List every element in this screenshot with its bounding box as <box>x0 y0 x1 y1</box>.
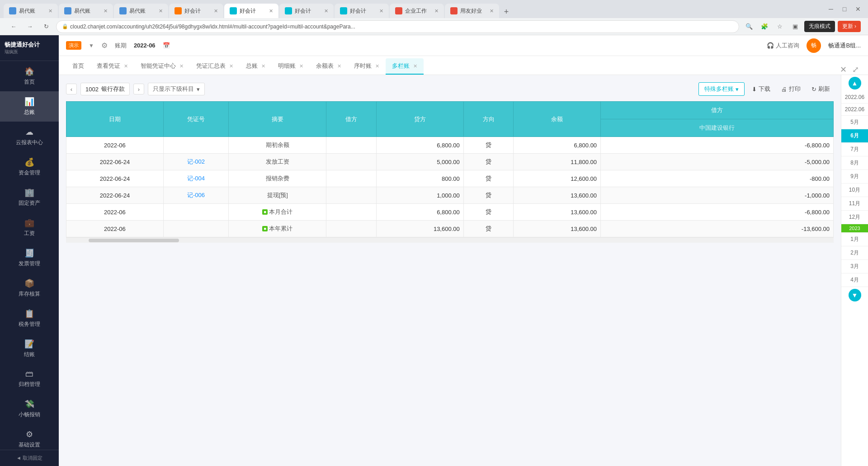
back-button[interactable]: ← <box>7 20 20 33</box>
reload-button[interactable]: ↻ <box>40 20 52 33</box>
tab-smart-close[interactable]: ✕ <box>179 63 184 69</box>
browser-tab-9[interactable]: 用友好业 ✕ <box>445 4 499 18</box>
tab-balance-close[interactable]: ✕ <box>337 63 341 69</box>
minimize-button[interactable]: ─ <box>825 3 837 15</box>
month-scroll-down[interactable]: ▼ <box>849 289 861 301</box>
browser-tab-7[interactable]: 好会计 ✕ <box>335 4 389 18</box>
maximize-button[interactable]: □ <box>838 3 851 15</box>
tab-home[interactable]: 首页 <box>66 58 90 75</box>
tab-general-close[interactable]: ✕ <box>261 63 265 69</box>
browser-tab-8[interactable]: 企业工作 ✕ <box>390 4 444 18</box>
tab-close-5[interactable]: ✕ <box>269 8 273 14</box>
cell-voucher-3[interactable]: 记-004 <box>163 170 228 187</box>
tab-detail-ledger[interactable]: 明细账 ✕ <box>272 58 310 75</box>
sidebar-item-archive[interactable]: 🗃 归档管理 <box>0 364 59 394</box>
sidebar-icon[interactable]: ▣ <box>789 20 802 33</box>
tab-close-2[interactable]: ✕ <box>104 8 108 14</box>
search-icon[interactable]: 🔍 <box>743 20 755 33</box>
tab-expand-icon[interactable]: ⤢ <box>850 65 861 75</box>
sidebar-item-inventory[interactable]: 📦 库存核算 <box>0 273 59 303</box>
print-button[interactable]: 🖨 打印 <box>778 83 804 95</box>
wuhen-mode-button[interactable]: 无痕模式 <box>804 21 835 32</box>
horizontal-scrollbar[interactable] <box>66 237 834 243</box>
cell-voucher-4[interactable]: 记-006 <box>163 187 228 204</box>
tab-journal[interactable]: 序时账 ✕ <box>348 58 386 75</box>
tab-close-9[interactable]: ✕ <box>490 8 494 14</box>
tab-close-right-icon[interactable]: ✕ <box>838 65 849 75</box>
bookmark-icon[interactable]: ☆ <box>774 20 786 33</box>
unfix-button[interactable]: ◄ 取消固定 <box>5 455 54 461</box>
account-selector[interactable]: 1002 银行存款 <box>80 83 130 95</box>
sidebar-item-tax[interactable]: 📋 税务管理 <box>0 303 59 334</box>
tab-voucher-close[interactable]: ✕ <box>124 63 128 69</box>
sidebar-item-salary[interactable]: 💼 工资 <box>0 212 59 243</box>
tab-close-8[interactable]: ✕ <box>434 8 439 14</box>
browser-tab-4[interactable]: 好会计 ✕ <box>169 4 223 18</box>
month-item-12[interactable]: 12月 <box>841 211 868 224</box>
calendar-icon[interactable]: 📅 <box>163 42 170 49</box>
next-account-button[interactable]: › <box>133 84 144 94</box>
month-item-8[interactable]: 8月 <box>841 156 868 170</box>
sidebar-item-fund[interactable]: 💰 资金管理 <box>0 152 59 182</box>
tab-smart-voucher[interactable]: 智能凭证中心 ✕ <box>134 58 190 75</box>
update-button[interactable]: 更新 › <box>838 21 861 32</box>
tab-multi-column[interactable]: 多栏账 ✕ <box>386 58 424 75</box>
cell-voucher-2[interactable]: 记-002 <box>163 154 228 170</box>
sidebar-item-ledger[interactable]: 📊 总账 <box>0 91 59 122</box>
scroll-thumb[interactable] <box>89 239 179 242</box>
tab-close-1[interactable]: ✕ <box>48 8 52 14</box>
browser-tab-6[interactable]: 好会计 ✕ <box>279 4 334 18</box>
sidebar-item-report[interactable]: ☁ 云报表中心 <box>0 122 59 152</box>
close-window-button[interactable]: ✕ <box>852 3 864 15</box>
tab-close-3[interactable]: ✕ <box>159 8 163 14</box>
new-tab-button[interactable]: + <box>500 5 513 18</box>
tab-voucher[interactable]: 查看凭证 ✕ <box>90 58 134 75</box>
multi-col-button[interactable]: 特殊多栏账 ▾ <box>698 82 745 96</box>
month-item-2023-2[interactable]: 2月 <box>841 246 868 260</box>
refresh-button[interactable]: ↻ 刷新 <box>808 83 834 95</box>
month-item-2023-3[interactable]: 3月 <box>841 260 868 273</box>
month-scroll-up[interactable]: ▲ <box>849 77 861 89</box>
download-button[interactable]: ⬇ 下载 <box>748 83 774 95</box>
tab-close-4[interactable]: ✕ <box>214 8 218 14</box>
browser-tab-1[interactable]: 易代账 ✕ <box>4 4 58 18</box>
month-item-2022-06-2[interactable]: 2022.06 <box>841 104 868 116</box>
sidebar-item-home[interactable]: 🏠 首页 <box>0 61 59 91</box>
browser-tab-5[interactable]: 好会计 ✕ <box>224 4 278 18</box>
filter-dropdown[interactable]: 只显示下级科目 ▾ <box>148 83 205 95</box>
month-item-10[interactable]: 10月 <box>841 184 868 197</box>
url-input[interactable]: 🔒 cloud2.chanjet.com/accounting/uh26t264… <box>56 20 739 33</box>
tab-voucher-summary[interactable]: 凭证汇总表 ✕ <box>190 58 240 75</box>
tab-balance[interactable]: 余额表 ✕ <box>310 58 348 75</box>
month-item-11[interactable]: 11月 <box>841 197 868 211</box>
demo-badge[interactable]: 演示 <box>66 41 81 50</box>
month-item-6[interactable]: 6月 <box>841 129 868 143</box>
sidebar-item-expense[interactable]: 💸 小畅报销 <box>0 394 59 424</box>
tab-general-ledger[interactable]: 总账 ✕ <box>240 58 272 75</box>
forward-button[interactable]: → <box>24 20 36 33</box>
month-item-2023-1[interactable]: 1月 <box>841 233 868 246</box>
prev-account-button[interactable]: ‹ <box>66 84 77 94</box>
month-item-9[interactable]: 9月 <box>841 170 868 184</box>
sidebar-item-close[interactable]: 📝 结账 <box>0 334 59 364</box>
tab-multi-close[interactable]: ✕ <box>413 63 417 69</box>
month-item-2023-4[interactable]: 4月 <box>841 273 868 287</box>
month-item-2022-06-1[interactable]: 2022.06 <box>841 91 868 104</box>
settings-gear-icon[interactable]: ⚙ <box>101 41 108 50</box>
sidebar-item-invoice[interactable]: 🧾 发票管理 <box>0 243 59 273</box>
consultant-button[interactable]: 🎧 人工咨询 <box>767 42 799 50</box>
tab-journal-close[interactable]: ✕ <box>375 63 379 69</box>
user-name[interactable]: 畅通通B组... <box>828 42 861 50</box>
user-avatar[interactable]: 畅 <box>807 38 821 53</box>
tab-close-7[interactable]: ✕ <box>379 8 383 14</box>
browser-tab-3[interactable]: 易代账 ✕ <box>114 4 168 18</box>
browser-tab-2[interactable]: 易代账 ✕ <box>59 4 113 18</box>
tab-detail-close[interactable]: ✕ <box>299 63 303 69</box>
extensions-icon[interactable]: 🧩 <box>758 20 771 33</box>
month-item-5[interactable]: 5月 <box>841 116 868 129</box>
tab-close-6[interactable]: ✕ <box>324 8 328 14</box>
tab-summary-close[interactable]: ✕ <box>229 63 233 69</box>
sidebar-item-settings[interactable]: ⚙ 基础设置 <box>0 424 59 450</box>
month-item-7[interactable]: 7月 <box>841 143 868 156</box>
sidebar-item-assets[interactable]: 🏢 固定资产 <box>0 182 59 212</box>
